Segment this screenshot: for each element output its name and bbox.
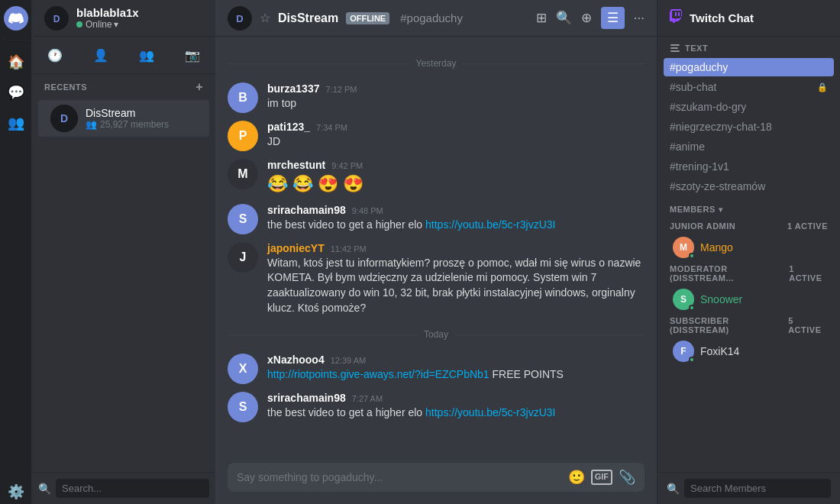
chat-input-box: 🙂 GIF 📎	[228, 463, 645, 492]
menu-icon[interactable]: ☰	[601, 7, 625, 29]
main-chat: D ☆ DisStream OFFLINE #pogaduchy ⊞ 🔍 ⊕ ☰…	[215, 0, 657, 504]
status-text: Online	[86, 19, 112, 30]
sidebar-bottom: 🔍	[32, 472, 215, 504]
recents-label: RECENTS	[44, 82, 87, 92]
gif-button[interactable]: GIF	[591, 470, 612, 484]
date-divider-today: Today	[228, 329, 645, 340]
channel-avatar: D	[50, 105, 78, 132]
friends-tab-icon[interactable]: 👤	[89, 43, 113, 67]
home-icon[interactable]: 🏠	[4, 50, 28, 74]
icon-sidebar: 🏠 💬 👥 ⚙️	[0, 0, 32, 504]
server-header-name: DisStream	[278, 11, 338, 25]
twitch-title: Twitch Chat	[690, 11, 754, 24]
grid-icon[interactable]: ⊞	[536, 10, 547, 26]
subscriber-count: 5 Active	[788, 316, 828, 334]
msg-text: the best video to get a higher elo https…	[267, 405, 645, 421]
avatar-burza1337: B	[228, 82, 258, 113]
message-mrchestunt: M mrchestunt 9:42 PM 😂 😂 😍 😍	[228, 156, 645, 199]
msg-timestamp: 9:48 PM	[352, 206, 383, 215]
msg-author: pati123_	[267, 121, 310, 133]
online-indicator	[76, 21, 82, 27]
svg-text:D: D	[236, 13, 243, 24]
twitch-icon	[670, 9, 683, 27]
server-header[interactable]: D blablabla1x Online ▾	[32, 0, 215, 37]
member-snoower[interactable]: S Snoower	[661, 286, 837, 313]
channel-szukam-do-gry[interactable]: #szukam-do-gry	[664, 98, 834, 116]
channel-sidebar: D blablabla1x Online ▾ 🕐 👤 👥 📷 RECENTS +	[32, 0, 215, 504]
members-arrow: ▾	[719, 205, 723, 214]
member-foxik14[interactable]: F FoxiK14	[661, 338, 837, 365]
channel-item-meta: 👥 25,927 members	[86, 119, 169, 130]
junior-admin-count: 1 Active	[787, 221, 828, 231]
msg-link[interactable]: https://youtu.be/5c-r3jvzU3I	[425, 218, 555, 231]
attachment-icon[interactable]: 📎	[619, 469, 635, 486]
more-icon[interactable]: ···	[634, 11, 645, 26]
msg-timestamp: 9:42 PM	[331, 161, 363, 170]
member-mango[interactable]: M Mango	[661, 234, 837, 261]
message-xNazhooo4: X xNazhooo4 12:39 AM http://riotpoints.g…	[228, 351, 645, 387]
member-group-moderator: MODERATOR (DISSTREAM... 1 Active	[657, 261, 840, 286]
channel-pogaduchy[interactable]: #pogaduchy	[664, 58, 834, 76]
message-pati123: P pati123_ 7:34 PM JD	[228, 118, 645, 154]
channel-item-disstream[interactable]: D DisStream 👥 25,927 members	[38, 100, 209, 137]
msg-author: srirachamain98	[267, 204, 346, 216]
member-group-subscriber: SUBSCRIBER (DISSTREAM) 5 Active	[657, 313, 840, 338]
svg-rect-8	[670, 44, 680, 46]
settings-icon[interactable]: ⚙️	[4, 480, 28, 504]
chat-icon[interactable]: 💬	[4, 80, 28, 105]
channel-anime[interactable]: #anime	[664, 137, 834, 156]
member-name-mango: Mango	[700, 241, 733, 254]
status-arrow: ▾	[114, 19, 118, 30]
channel-list: D DisStream 👥 25,927 members	[32, 100, 215, 137]
video-icon[interactable]: 📷	[180, 43, 205, 67]
members-search-input[interactable]	[684, 479, 831, 498]
text-section-label: TEXT	[685, 44, 708, 53]
add-friend-icon[interactable]: 👥	[134, 43, 159, 67]
channel-trening[interactable]: #trening-1v1	[664, 157, 834, 176]
member-group-junior-admin: JUNIOR ADMIN 1 Active	[657, 218, 840, 234]
recent-icon[interactable]: 🕐	[43, 43, 67, 67]
friends-icon[interactable]: 👥	[4, 111, 28, 135]
search-header-icon[interactable]: 🔍	[556, 10, 572, 26]
status-row: Online ▾	[76, 19, 139, 30]
svg-rect-6	[675, 12, 677, 16]
msg-author: mrchestunt	[267, 159, 325, 171]
msg-author: xNazhooo4	[267, 354, 325, 366]
svg-text:D: D	[53, 14, 60, 24]
msg-author: srirachamain98	[267, 392, 346, 404]
emoji-icon[interactable]: 🙂	[568, 469, 585, 486]
msg-timestamp: 7:27 AM	[352, 394, 383, 403]
msg-timestamp: 7:34 PM	[316, 123, 347, 132]
avatar-snoower: S	[673, 289, 694, 310]
avatar-mrchestunt: M	[228, 159, 258, 189]
chat-messages: Yesterday B burza1337 7:12 PM im top P p…	[215, 37, 657, 463]
avatar-pati123: P	[228, 121, 258, 151]
msg-timestamp: 7:12 PM	[325, 85, 357, 94]
msg-author: burza1337	[267, 82, 319, 95]
msg-link[interactable]: http://riotpoints.give-aways.net/?id=EZC…	[267, 368, 489, 380]
channel-szoty[interactable]: #szoty-ze-streamów	[664, 177, 834, 195]
recents-header: RECENTS +	[32, 74, 215, 100]
msg-text: Witam, ktoś jest tu informatykiem? prosz…	[267, 256, 645, 315]
channel-hash: #pogaduchy	[400, 11, 463, 24]
chat-input[interactable]	[237, 471, 562, 483]
moderator-count: 1 Active	[789, 264, 828, 283]
avatar-srirachamain98: S	[228, 204, 258, 234]
online-dot	[689, 305, 695, 311]
text-section-header: TEXT	[657, 37, 840, 57]
avatar-japoniecYT: J	[228, 242, 258, 273]
message-srirachamain98-today: S srirachamain98 7:27 AM the best video …	[228, 389, 645, 425]
channel-niegrzeczny[interactable]: #niegrzeczny-chat-18	[664, 118, 834, 136]
layers-icon[interactable]: ⊕	[581, 10, 592, 26]
discord-icon[interactable]	[4, 6, 28, 31]
add-channel-button[interactable]: +	[195, 80, 203, 94]
avatar-foxik14: F	[673, 341, 694, 362]
server-avatar: D	[44, 6, 69, 31]
sidebar-search-input[interactable]	[56, 479, 209, 498]
online-dot	[689, 357, 695, 363]
msg-link[interactable]: https://youtu.be/5c-r3jvzU3I	[425, 406, 555, 418]
member-name-foxik14: FoxiK14	[700, 345, 739, 357]
search-icon: 🔍	[38, 483, 51, 495]
channel-sub-chat[interactable]: #sub-chat 🔒	[664, 78, 834, 96]
favorite-icon[interactable]: ☆	[260, 11, 270, 25]
